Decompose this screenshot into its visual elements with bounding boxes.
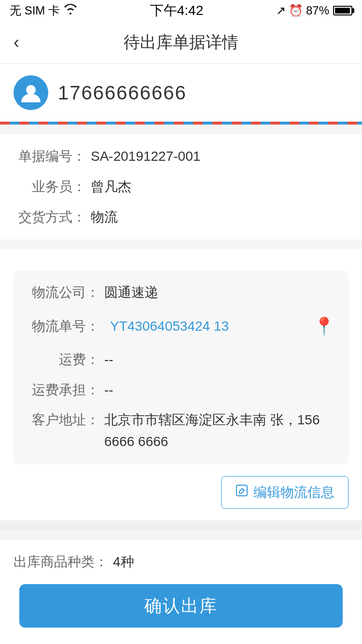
address-label: 客户地址： (27, 409, 99, 431)
goods-types-label: 出库商品种类： (14, 551, 108, 573)
document-number-row: 单据编号： SA-20191227-001 (14, 146, 348, 168)
goods-types-row: 出库商品种类： 4种 (14, 551, 348, 573)
salesman-label: 业务员： (14, 176, 86, 198)
order-info-section: 单据编号： SA-20191227-001 业务员： 曾凡杰 交货方式： 物流 (0, 134, 362, 239)
freight-bear-label: 运费承担： (27, 379, 99, 401)
logistics-company-row: 物流公司： 圆通速递 (27, 282, 335, 304)
location-status-icon: ↗ (276, 4, 286, 17)
bottom-bar: 确认出库 (0, 574, 362, 644)
wifi-icon (64, 4, 77, 17)
battery-percent: 87% (306, 4, 329, 17)
status-right: ↗ ⏰ 87% (276, 4, 352, 17)
goods-types-value: 4种 (108, 551, 348, 573)
delivery-method-label: 交货方式： (14, 207, 86, 228)
status-time: 下午4:42 (150, 1, 204, 20)
tracking-row: 物流单号： YT43064053424 13 📍 (27, 312, 335, 340)
avatar (14, 75, 48, 110)
salesman-value: 曾凡杰 (86, 176, 348, 198)
carrier-label: 无 SIM 卡 (10, 3, 60, 18)
back-button[interactable]: ‹ (14, 32, 19, 53)
user-phone: 17666666666 (58, 82, 187, 104)
address-value: 北京市市辖区海淀区永丰南 张，156 6666 6666 (99, 409, 335, 453)
freight-value: -- (99, 349, 335, 371)
edit-logistics-button[interactable]: 编辑物流信息 (221, 476, 348, 509)
logistics-card: 物流公司： 圆通速递 物流单号： YT43064053424 13 📍 运费： … (14, 270, 348, 464)
page-title: 待出库单据详情 (124, 31, 238, 54)
status-left: 无 SIM 卡 (10, 3, 77, 18)
user-header-section: 17666666666 (0, 64, 362, 122)
alarm-icon: ⏰ (289, 4, 303, 17)
tracking-label: 物流单号： (27, 316, 99, 337)
nav-bar: ‹ 待出库单据详情 (0, 21, 362, 64)
status-bar: 无 SIM 卡 下午4:42 ↗ ⏰ 87% (0, 0, 362, 21)
section-divider (0, 520, 362, 530)
confirm-button[interactable]: 确认出库 (19, 584, 343, 628)
svg-point-0 (26, 85, 36, 95)
freight-label: 运费： (27, 349, 99, 371)
document-number-value: SA-20191227-001 (86, 146, 348, 168)
logistics-section: 物流公司： 圆通速递 物流单号： YT43064053424 13 📍 运费： … (0, 249, 362, 520)
edit-logistics-row: 编辑物流信息 (14, 476, 348, 509)
edit-logistics-label: 编辑物流信息 (253, 483, 334, 502)
svg-rect-1 (237, 485, 247, 496)
salesman-row: 业务员： 曾凡杰 (14, 176, 348, 198)
delivery-method-value: 物流 (86, 207, 348, 228)
logistics-company-label: 物流公司： (27, 282, 99, 304)
dashed-divider (0, 122, 362, 125)
document-number-label: 单据编号： (14, 146, 86, 168)
freight-row: 运费： -- (27, 349, 335, 371)
edit-icon (235, 484, 249, 501)
battery-icon (333, 6, 352, 15)
delivery-method-row: 交货方式： 物流 (14, 207, 348, 228)
address-row: 客户地址： 北京市市辖区海淀区永丰南 张，156 6666 6666 (27, 409, 335, 453)
tracking-value: YT43064053424 13 (105, 316, 307, 337)
freight-bear-value: -- (99, 379, 335, 401)
logistics-company-value: 圆通速递 (99, 282, 335, 304)
tracking-location-icon[interactable]: 📍 (313, 312, 335, 340)
freight-bear-row: 运费承担： -- (27, 379, 335, 401)
